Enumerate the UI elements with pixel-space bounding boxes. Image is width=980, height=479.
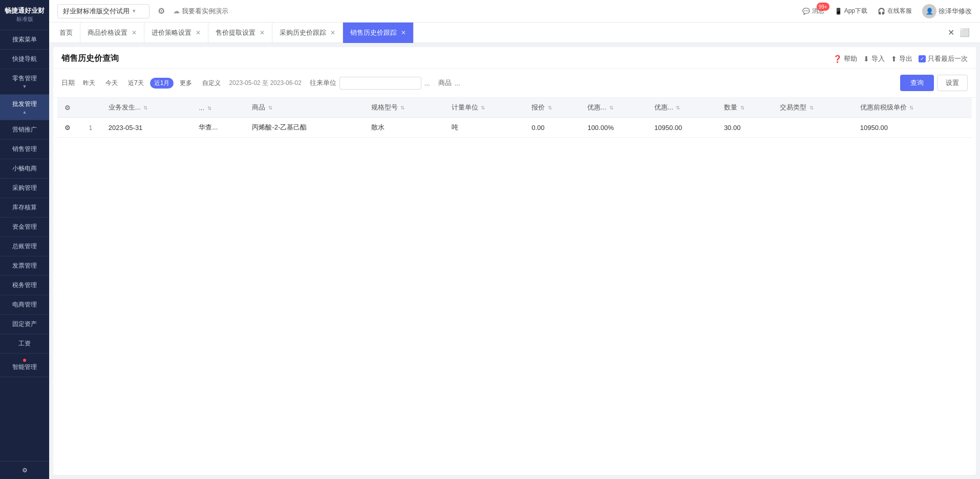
row-product: 丙烯酸-2-乙基己酯 [247,118,366,138]
date-filter-group: 日期 昨天 今天 近7天 近1月 更多 自定义 2023-05-02 至 202… [61,78,302,89]
expand-icon[interactable]: ⬜ [960,28,970,37]
help-label: 帮助 [844,54,857,63]
date-opt-custom[interactable]: 自定义 [198,78,225,89]
tab-price-close-icon[interactable]: ✕ [132,29,137,36]
table-col-unit[interactable]: 计量单位 ⇅ [446,98,527,118]
sort-icon-trans-type[interactable]: ⇅ [809,105,814,111]
sidebar-item-assets[interactable]: 固定资产 [0,315,49,334]
date-opt-last7[interactable]: 近7天 [124,78,148,89]
table-col-discount1[interactable]: 优惠... ⇅ [582,98,649,118]
company-input[interactable] [339,77,421,90]
table-col-col3[interactable]: ... ⇅ [194,98,247,118]
sort-icon-qty[interactable]: ⇅ [740,105,744,111]
settings-gear-icon[interactable]: ⚙ [158,6,165,16]
sidebar-item-payroll[interactable]: 工资 [0,334,49,354]
sidebar-item-tax[interactable]: 税务管理 [0,276,49,295]
table-col-unit-label: 计量单位 [452,103,478,111]
sidebar-item-sales-label: 销售管理 [12,145,37,154]
help-button[interactable]: ❓ 帮助 [833,54,857,63]
import-button[interactable]: ⬇ 导入 [863,54,885,63]
sidebar-item-sales[interactable]: 销售管理 [0,140,49,159]
date-opt-yesterday[interactable]: 昨天 [79,78,99,89]
query-button[interactable]: 查询 [900,75,934,91]
tab-home[interactable]: 首页 [55,23,80,43]
tab-sales-history[interactable]: 销售历史价跟踪 ✕ [343,23,414,43]
date-opt-today[interactable]: 今天 [101,78,122,89]
tab-purchase-strategy[interactable]: 进价策略设置 ✕ [144,23,208,43]
sort-icon-discount2[interactable]: ⇅ [676,105,680,111]
tab-purchase-history-label: 采购历史价跟踪 [280,28,326,37]
table-col-product[interactable]: 商品 ⇅ [247,98,366,118]
company-dots-icon[interactable]: ... [424,79,430,87]
demo-button[interactable]: ☁ 我要看实例演示 [173,7,228,16]
table-col-qty[interactable]: 数量 ⇅ [719,98,775,118]
date-opt-more[interactable]: 更多 [176,78,196,89]
close-panel-icon[interactable]: ✕ [948,28,954,37]
tab-sale-extract[interactable]: 售价提取设置 ✕ [208,23,272,43]
date-opt-last1month[interactable]: 近1月 [150,78,174,89]
sidebar-item-purchase[interactable]: 采购管理 [0,179,49,198]
data-table: ⚙ 业务发生... ⇅ ... ⇅ 商品 ⇅ [57,98,972,138]
sidebar-search-menu[interactable]: 搜索菜单 [0,30,49,50]
tab-purchase-history[interactable]: 采购历史价跟踪 ✕ [272,23,343,43]
sort-icon-discount1[interactable]: ⇅ [609,105,613,111]
table-col-pretax-price-label: 优惠前税级单价 [860,103,907,111]
table-row[interactable]: ⚙ 1 2023-05-31 华查... 丙烯酸-2-乙基己酯 散水 吨 0.0… [57,118,972,138]
sort-icon-col3[interactable]: ⇅ [207,105,211,111]
sort-icon-date[interactable]: ⇅ [143,105,147,111]
sort-icon-pretax[interactable]: ⇅ [909,105,913,111]
only-last-checkbox[interactable]: ✓ 只看最后一次 [919,54,968,63]
tab-price[interactable]: 商品价格设置 ✕ [80,23,144,43]
sidebar-item-marketing[interactable]: 营销推广 [0,120,49,140]
sidebar-item-ecommerce-small[interactable]: 小畅电商 [0,159,49,179]
sidebar-item-invoice[interactable]: 发票管理 [0,256,49,276]
table-col-discount2[interactable]: 优惠... ⇅ [649,98,719,118]
version-selector-text: 好业财标准版交付试用 [63,7,130,16]
table-col-gear[interactable]: ⚙ [57,98,78,118]
sidebar-item-wholesale[interactable]: 批发管理 [0,95,49,120]
demo-label: 我要看实例演示 [182,7,228,16]
export-button[interactable]: ⬆ 导出 [891,54,912,63]
row-date: 2023-05-31 [103,118,194,138]
sort-icon-price[interactable]: ⇅ [548,105,552,111]
table-col-pretax-price[interactable]: 优惠前税级单价 ⇅ [855,98,972,118]
row-pretax-price: 10950.00 [855,118,972,138]
row-gear-icon[interactable]: ⚙ [57,118,78,138]
product-dots-icon[interactable]: ... [455,79,460,87]
row-unit: 吨 [446,118,527,138]
table-col-discount1-label: 优惠... [587,103,606,111]
tab-sales-history-close-icon[interactable]: ✕ [401,29,406,36]
date-filter-label: 日期 [61,78,75,88]
sidebar-item-payroll-label: 工资 [18,339,31,348]
sort-icon-unit[interactable]: ⇅ [481,105,485,111]
logo-sub: 标准版 [4,15,45,23]
message-button[interactable]: 💬 消息 99+ [802,7,824,15]
sort-icon-spec[interactable]: ⇅ [400,105,404,111]
sidebar-item-quick-nav[interactable]: 快捷导航 [0,50,49,69]
tab-purchase-strategy-close-icon[interactable]: ✕ [196,29,201,36]
settings-filter-button[interactable]: 设置 [937,75,968,91]
tab-sale-extract-close-icon[interactable]: ✕ [260,29,265,36]
sidebar-item-smart[interactable]: 智能管理 [0,354,49,377]
app-download-button[interactable]: 📱 App下载 [835,7,867,15]
online-service-button[interactable]: 🎧 在线客服 [878,7,912,15]
table-col-spec[interactable]: 规格型号 ⇅ [366,98,446,118]
row-qty: 30.00 [719,118,775,138]
user-menu[interactable]: 👤 徐泽华修改 [922,4,972,18]
table-col-price[interactable]: 报价 ⇅ [526,98,582,118]
logo-title: 畅捷通好业财 [4,6,45,15]
table-col-date[interactable]: 业务发生... ⇅ [103,98,194,118]
sort-icon-product[interactable]: ⇅ [268,105,272,111]
sidebar-settings-button[interactable]: ⚙ [0,461,49,479]
sidebar-item-retail-label: 零售管理 [12,74,37,83]
sidebar-item-retail[interactable]: 零售管理 [0,69,49,95]
version-selector[interactable]: 好业财标准版交付试用 ▾ [57,4,150,18]
sidebar-item-finance[interactable]: 资金管理 [0,217,49,237]
sidebar-item-ecommerce[interactable]: 电商管理 [0,295,49,315]
tab-purchase-history-close-icon[interactable]: ✕ [330,29,335,36]
sidebar-item-ledger[interactable]: 总账管理 [0,237,49,256]
sidebar-item-inventory[interactable]: 库存核算 [0,198,49,217]
date-options: 昨天 今天 近7天 近1月 更多 自定义 [79,78,225,89]
table-col-trans-type[interactable]: 交易类型 ⇅ [775,98,855,118]
date-range-display: 2023-05-02 至 2023-06-02 [229,79,301,88]
